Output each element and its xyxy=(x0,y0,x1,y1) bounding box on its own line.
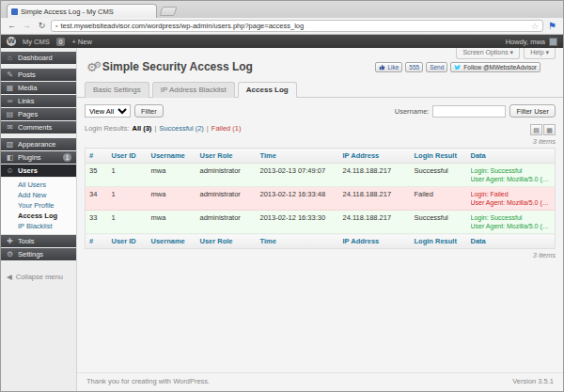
tab-ip-address-blacklist[interactable]: IP Address Blacklist xyxy=(152,82,235,98)
username-label: Username: xyxy=(395,107,430,116)
sidebar-item-pages[interactable]: ▤ Pages xyxy=(1,108,76,120)
screen-options-toggle[interactable]: Screen Options ▾ xyxy=(456,48,520,59)
cell-data: Login: Successful User Agent: Mozilla/5.… xyxy=(467,211,556,234)
col-header-user-role[interactable]: User Role xyxy=(196,149,257,164)
sidebar-item-posts[interactable]: ✎ Posts xyxy=(1,69,76,81)
submenu-item-all-users[interactable]: All Users xyxy=(1,180,76,190)
submenu-item-access-log[interactable]: Access Log xyxy=(1,211,76,221)
results-filter-successful[interactable]: Successful (2) xyxy=(159,124,204,133)
filter-user-button[interactable]: Filter User xyxy=(509,104,556,118)
submenu-item-ip-blacklist[interactable]: IP Blacklist xyxy=(1,221,76,231)
sidebar-item-tools[interactable]: ✚ Tools xyxy=(1,235,76,247)
view-mode-toggles: ▤ ▦ xyxy=(530,124,556,135)
results-summary-row: Login Results: All (3) | Successful (2) … xyxy=(77,122,563,135)
links-icon: ∞ xyxy=(6,97,14,105)
like-count-badge: 555 xyxy=(405,62,423,72)
sidebar-item-media[interactable]: ▦ Media xyxy=(1,82,76,94)
wordpress-logo-icon[interactable]: W xyxy=(7,37,16,46)
admin-bar-new-button[interactable]: + New xyxy=(71,38,91,46)
cell-time: 2013-02-13 07:49:07 xyxy=(257,164,339,187)
table-row[interactable]: 34 1 mwa administrator 2013-02-12 16:33:… xyxy=(86,187,556,211)
col-header-user-id[interactable]: User ID xyxy=(108,149,148,164)
col-header-result[interactable]: Login Result xyxy=(411,149,467,164)
reload-button[interactable]: ↻ xyxy=(36,20,48,32)
wp-admin-bar: W My CMS 0 + New Howdy, mwa xyxy=(1,35,563,48)
data-login-line: Login: Successful xyxy=(471,166,552,175)
new-tab-button[interactable] xyxy=(159,7,177,16)
list-view-toggle-icon[interactable]: ▤ xyxy=(530,124,542,135)
sidebar-item-label: Appearance xyxy=(18,140,55,149)
col-footer-username: Username xyxy=(148,234,196,249)
col-header-username[interactable]: Username xyxy=(148,149,196,164)
comments-icon: ✉ xyxy=(6,123,14,132)
cell-user-role: administrator xyxy=(196,187,257,211)
data-login-line: Login: Failed xyxy=(471,190,552,198)
sidebar-item-appearance[interactable]: ▧ Appearance xyxy=(1,138,76,150)
facebook-send-button[interactable]: Send xyxy=(426,62,447,72)
submenu-item-add-new[interactable]: Add New xyxy=(1,190,76,200)
bookmark-star-icon[interactable]: ☆ xyxy=(531,22,539,31)
page-icon: ▪ xyxy=(55,23,57,29)
col-footer-time: Time xyxy=(257,234,339,249)
admin-bar-site-name[interactable]: My CMS xyxy=(23,38,50,46)
filter-button[interactable]: Filter xyxy=(134,104,164,118)
sidebar-item-links[interactable]: ∞ Links xyxy=(1,95,76,107)
login-results-summary: Login Results: All (3) | Successful (2) … xyxy=(85,124,242,133)
data-useragent-line: User Agent: Mozilla/5.0 (Windows NT 6... xyxy=(471,175,552,183)
results-filter-failed[interactable]: Failed (1) xyxy=(212,124,242,133)
col-header-time[interactable]: Time xyxy=(257,149,339,164)
sidebar-item-plugins[interactable]: ◧ Plugins 1 xyxy=(1,151,76,164)
table-row[interactable]: 33 1 mwa administrator 2013-02-12 16:33:… xyxy=(86,211,556,234)
tab-title: Simple Access Log - My CMS xyxy=(21,8,114,16)
cell-num: 34 xyxy=(86,187,108,211)
cell-num: 33 xyxy=(86,211,108,234)
twitter-bird-icon xyxy=(454,64,462,71)
pages-icon: ▤ xyxy=(6,110,14,118)
items-count-bottom: 3 items xyxy=(77,249,563,261)
facebook-like-button[interactable]: Like xyxy=(375,62,402,72)
main-content: Screen Options ▾ Help ▾ ⚙⚙ Simple Securi… xyxy=(77,48,563,391)
cell-data: Login: Failed User Agent: Mozilla/5.0 (W… xyxy=(467,187,556,211)
excerpt-view-toggle-icon[interactable]: ▦ xyxy=(543,124,556,135)
sidebar-item-label: Settings xyxy=(18,250,43,259)
results-filter-all[interactable]: All (3) xyxy=(133,124,152,133)
address-bar[interactable]: ▪ test.mywebsiteadvisor.com/wordpress/wp… xyxy=(51,20,543,32)
access-log-table-wrap: # User ID Username User Role Time IP Add… xyxy=(85,148,556,249)
extension-flag-icon[interactable]: ⚑ xyxy=(546,21,558,31)
submenu-item-your-profile[interactable]: Your Profile xyxy=(1,200,76,211)
back-button[interactable]: ← xyxy=(6,20,18,32)
col-header-ip[interactable]: IP Address xyxy=(339,149,411,164)
col-header-num[interactable]: # xyxy=(86,149,108,164)
admin-bar-howdy[interactable]: Howdy, mwa xyxy=(506,38,545,46)
table-footer-row: # User ID Username User Role Time IP Add… xyxy=(86,234,556,249)
forward-button[interactable]: → xyxy=(21,20,33,32)
tab-access-log[interactable]: Access Log xyxy=(238,82,297,98)
page-title: Simple Security Access Log xyxy=(102,60,253,73)
view-filter-select[interactable]: View All xyxy=(85,104,131,118)
sidebar-item-comments[interactable]: ✉ Comments xyxy=(1,121,76,133)
username-filter-input[interactable] xyxy=(432,105,506,118)
sidebar-item-label: Plugins xyxy=(18,153,41,162)
tab-basic-settings[interactable]: Basic Settings xyxy=(85,82,149,98)
help-label: Help xyxy=(530,49,543,55)
sidebar-item-settings[interactable]: ⚙ Settings xyxy=(1,248,76,260)
admin-bar-comments-bubble[interactable]: 0 xyxy=(56,38,66,46)
col-footer-user-id: User ID xyxy=(108,234,148,249)
footer-thanks: Thank you for creating with WordPress. xyxy=(86,377,210,385)
table-row[interactable]: 35 1 mwa administrator 2013-02-13 07:49:… xyxy=(86,164,556,187)
help-toggle[interactable]: Help ▾ xyxy=(524,48,556,59)
browser-tab[interactable]: Simple Access Log - My CMS xyxy=(7,4,157,18)
collapse-menu-button[interactable]: ◀ Collapse menu xyxy=(1,273,76,281)
items-count-top: 3 items xyxy=(77,135,563,148)
sidebar-item-dashboard[interactable]: ⌂ Dashboard xyxy=(1,52,76,64)
sidebar-item-users[interactable]: ☺ Users xyxy=(1,165,76,177)
sidebar-separator xyxy=(1,261,76,265)
twitter-follow-button[interactable]: Follow @MWebsiteAdvisor xyxy=(450,62,540,72)
results-separator: | xyxy=(207,124,209,133)
col-header-data[interactable]: Data xyxy=(467,149,556,164)
cell-user-role: administrator xyxy=(196,164,257,187)
cell-ip: 24.118.188.217 xyxy=(339,164,411,187)
user-avatar xyxy=(549,38,557,46)
url-text: test.mywebsiteadvisor.com/wordpress/wp-a… xyxy=(60,22,527,30)
dashboard-icon: ⌂ xyxy=(6,54,14,62)
